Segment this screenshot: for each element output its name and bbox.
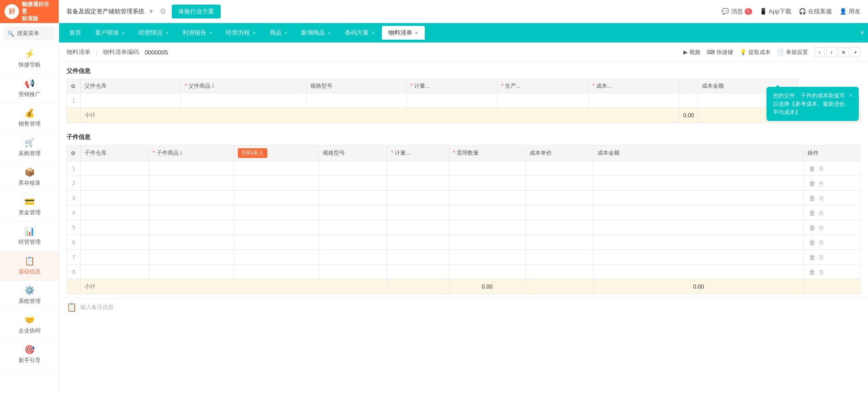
gear-icon[interactable]: ⚙ <box>160 7 166 16</box>
child-row-4-unit-price[interactable] <box>525 206 594 220</box>
child-row-2-product[interactable] <box>149 176 234 191</box>
tab-customer[interactable]: 客户联络 × <box>89 26 131 40</box>
child-row-3-spec[interactable] <box>319 191 387 206</box>
user-item[interactable]: 👤 用友 <box>839 7 861 16</box>
close-all-tabs-icon[interactable]: × <box>860 29 864 37</box>
tab-bom[interactable]: 物料清单 × <box>382 26 424 40</box>
child-row-1-warehouse[interactable] <box>81 161 149 176</box>
tab-bom-close[interactable]: × <box>415 30 418 36</box>
child-row-6-product[interactable] <box>149 235 234 250</box>
sidebar-item-purchase[interactable]: 🛒 采购管理 <box>0 133 59 163</box>
tab-operations-status[interactable]: 经营情况 × <box>132 26 175 40</box>
extract-cost-action[interactable]: 💡 提取成本 <box>740 48 771 56</box>
child-row-1-unit-price[interactable] <box>525 161 594 176</box>
parent-row-1-product[interactable] <box>181 93 307 108</box>
child-row-7-unit-price[interactable] <box>525 250 594 265</box>
child-row-8-warehouse[interactable] <box>81 265 149 279</box>
sidebar-item-guide[interactable]: 🎯 新手引导 <box>0 340 59 369</box>
child-row-5-cost-amount[interactable] <box>594 220 803 235</box>
delete-icon-2[interactable]: 🗑 <box>808 180 817 187</box>
child-row-7-unit[interactable] <box>387 250 449 265</box>
child-row-4-quantity[interactable] <box>449 206 525 220</box>
tab-new-product-close[interactable]: × <box>328 30 331 36</box>
experience-button[interactable]: 体验行业方案 <box>172 5 221 18</box>
sidebar-item-marketing[interactable]: 📢 营销推广 <box>0 74 59 103</box>
sidebar-item-system[interactable]: ⚙️ 系统管理 <box>0 281 59 310</box>
tab-history-close[interactable]: × <box>253 30 255 36</box>
child-row-6-unit[interactable] <box>387 235 449 250</box>
sidebar-item-inventory[interactable]: 📦 库存核算 <box>0 163 59 192</box>
copy-icon-2[interactable]: ⎘ <box>818 180 825 187</box>
child-row-7-warehouse[interactable] <box>81 250 149 265</box>
search-menu-button[interactable]: 🔍 搜索菜单 <box>4 27 55 40</box>
sidebar-item-collaboration[interactable]: 🤝 企业协同 <box>0 310 59 340</box>
child-row-7-spec[interactable] <box>319 250 387 265</box>
parent-row-1-spec[interactable] <box>306 93 406 108</box>
tab-operations-close[interactable]: × <box>165 30 168 36</box>
child-row-8-unit[interactable] <box>387 265 449 279</box>
child-row-8-product[interactable] <box>149 265 234 279</box>
child-row-7-cost-amount[interactable] <box>594 250 803 265</box>
parent-row-1-unit[interactable] <box>406 93 497 108</box>
child-row-7-product[interactable] <box>149 250 234 265</box>
child-row-8-unit-price[interactable] <box>525 265 594 279</box>
nav-next-button[interactable]: › <box>826 47 837 57</box>
online-service-item[interactable]: 🎧 在线客服 <box>799 7 832 16</box>
delete-icon-1[interactable]: 🗑 <box>808 165 817 172</box>
child-row-5-unit-price[interactable] <box>525 220 594 235</box>
delete-icon-4[interactable]: 🗑 <box>808 209 817 217</box>
child-row-4-product[interactable] <box>149 206 234 220</box>
tab-profit-close[interactable]: × <box>209 30 212 36</box>
delete-icon-3[interactable]: 🗑 <box>808 194 817 202</box>
delete-icon-7[interactable]: 🗑 <box>808 254 817 261</box>
tab-customer-close[interactable]: × <box>122 30 125 36</box>
child-row-8-quantity[interactable] <box>449 265 525 279</box>
tooltip-close-button[interactable]: × <box>849 91 852 100</box>
child-row-1-spec[interactable] <box>319 161 387 176</box>
child-row-4-unit[interactable] <box>387 206 449 220</box>
sidebar-item-finance[interactable]: 💳 资金管理 <box>0 192 59 222</box>
tab-product[interactable]: 商品 × <box>263 26 294 40</box>
delete-icon-5[interactable]: 🗑 <box>808 224 817 231</box>
child-th-scan[interactable]: 扫码录入 <box>234 145 319 161</box>
sidebar-item-operations[interactable]: 📊 经营管理 <box>0 222 59 251</box>
child-row-6-cost-amount[interactable] <box>594 235 803 250</box>
search-area[interactable]: 🔍 搜索菜单 <box>0 23 59 44</box>
parent-th-settings[interactable]: ⚙ <box>67 79 81 93</box>
tab-profit[interactable]: 利润报告 × <box>176 26 218 40</box>
child-row-5-unit[interactable] <box>387 220 449 235</box>
child-row-4-spec[interactable] <box>319 206 387 220</box>
tab-new-product[interactable]: 新增商品 × <box>295 26 337 40</box>
sidebar-item-basic-info[interactable]: 📋 基础信息 <box>0 251 59 281</box>
tab-barcode-close[interactable]: × <box>372 30 374 36</box>
child-row-8-spec[interactable] <box>319 265 387 279</box>
child-row-5-warehouse[interactable] <box>81 220 149 235</box>
child-row-1-cost-amount[interactable] <box>594 161 803 176</box>
child-row-6-unit-price[interactable] <box>525 235 594 250</box>
system-dropdown-icon[interactable]: ▼ <box>148 8 154 15</box>
child-row-7-quantity[interactable] <box>449 250 525 265</box>
delete-icon-6[interactable]: 🗑 <box>808 239 817 246</box>
sidebar-item-quicknav[interactable]: ⚡ 快捷导航 <box>0 44 59 74</box>
child-row-6-spec[interactable] <box>319 235 387 250</box>
nav-prev-button[interactable]: ‹ <box>814 47 825 57</box>
tab-home[interactable]: 首页 <box>63 26 88 40</box>
child-row-2-unit[interactable] <box>387 176 449 191</box>
tab-history[interactable]: 经营历程 × <box>219 26 262 40</box>
child-row-3-product[interactable] <box>149 191 234 206</box>
child-row-1-unit[interactable] <box>387 161 449 176</box>
nav-list-button[interactable]: ≡ <box>838 47 849 57</box>
child-row-6-quantity[interactable] <box>449 235 525 250</box>
child-row-3-cost-amount[interactable] <box>594 191 803 206</box>
child-row-3-warehouse[interactable] <box>81 191 149 206</box>
child-row-8-cost-amount[interactable] <box>594 265 803 279</box>
child-row-2-spec[interactable] <box>319 176 387 191</box>
child-th-settings[interactable]: ⚙ <box>67 145 81 161</box>
parent-row-1-produce[interactable] <box>497 93 588 108</box>
child-row-6-warehouse[interactable] <box>81 235 149 250</box>
message-item[interactable]: 💬 消息 5 <box>722 7 752 16</box>
parent-row-1-warehouse[interactable] <box>81 93 181 108</box>
child-row-4-cost-amount[interactable] <box>594 206 803 220</box>
copy-icon-3[interactable]: ⎘ <box>818 194 825 202</box>
child-row-4-warehouse[interactable] <box>81 206 149 220</box>
